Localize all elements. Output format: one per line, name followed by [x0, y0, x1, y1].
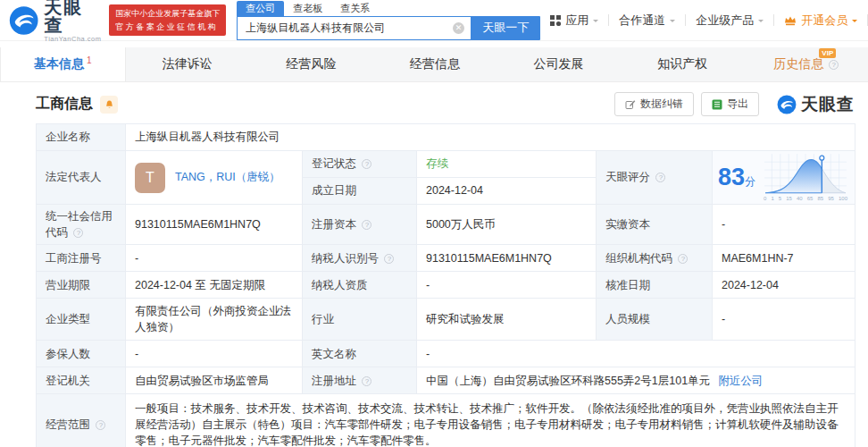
edit-icon	[625, 99, 636, 110]
tab-intellectual-property[interactable]: 知识产权	[621, 47, 745, 81]
search-tab-boss[interactable]: 查老板	[284, 1, 331, 16]
help-icon[interactable]	[362, 376, 371, 386]
reg-status-value: 存续	[417, 151, 597, 178]
field-label: 企业类型	[37, 299, 126, 341]
menu-partner-channel[interactable]: 合作通道	[609, 13, 685, 29]
table-row: 企业类型 有限责任公司（外商投资企业法人独资） 行业 研究和试验发展 人员规模 …	[37, 299, 855, 341]
clear-search-icon[interactable]	[453, 22, 464, 34]
business-info-section-header: 工商信息 数据纠错 导出 天眼查	[0, 82, 868, 123]
legal-rep-avatar[interactable]: T	[135, 163, 165, 193]
help-icon[interactable]	[829, 60, 839, 70]
legal-rep-link[interactable]: TANG，RUI（唐锐）	[175, 169, 280, 185]
tab-basic-info[interactable]: 基本信息 1	[0, 47, 126, 81]
reg-number-value: -	[126, 245, 303, 272]
search-tab-company[interactable]: 查公司	[237, 1, 284, 16]
watermark-logo: 天眼查	[777, 93, 855, 116]
chevron-down-icon	[670, 20, 675, 25]
chevron-down-icon	[852, 20, 857, 25]
status-badge: 存续	[426, 157, 448, 170]
field-label: 实缴资本	[597, 205, 713, 245]
score-value[interactable]: 83分	[718, 165, 755, 190]
tab-intellectual-property-label: 知识产权	[657, 56, 707, 72]
tab-operation-risk[interactable]: 经营风险	[249, 47, 373, 81]
reg-capital-value: 5000万人民币	[417, 205, 597, 245]
field-label: 核准日期	[597, 272, 713, 299]
menu-partner-label: 合作通道	[619, 13, 665, 29]
score-distribution-chart: 0151540658595100	[764, 154, 847, 201]
menu-apps-label: 应用	[565, 13, 588, 29]
tab-company-development[interactable]: 公司发展	[497, 47, 621, 81]
tab-basic-info-count: 1	[87, 55, 92, 65]
tab-operation-info-label: 经营信息	[410, 56, 460, 72]
field-label: 人员规模	[597, 299, 713, 341]
logo-domain: TianYanCha.com	[44, 36, 102, 43]
field-label: 参保人数	[37, 341, 126, 367]
est-date-value: 2024-12-04	[417, 178, 597, 205]
chart-x-axis-ticks: 0151540658595100	[764, 196, 847, 201]
field-label: 法定代表人	[37, 151, 126, 205]
company-section-tabs: 基本信息 1 法律诉讼 经营风险 经营信息 公司发展 知识产权 历史信息 VIP	[0, 47, 868, 82]
search-area: 查公司 查老板 查关系 天眼一下	[237, 1, 540, 40]
help-icon[interactable]	[384, 254, 394, 264]
data-correction-label: 数据纠错	[640, 97, 683, 112]
logo-title: 天眼查	[44, 0, 102, 34]
help-icon[interactable]	[362, 220, 371, 230]
field-label: 成立日期	[303, 178, 417, 205]
top-header: 天眼查 TianYanCha.com 国家中小企业发展子基金旗下 官方备案企业征…	[0, 0, 868, 41]
field-label: 经营范围	[37, 394, 126, 447]
search-tab-relation[interactable]: 查关系	[331, 1, 379, 16]
help-icon[interactable]	[678, 254, 688, 264]
taxpayer-quality-value: -	[417, 272, 597, 299]
insured-count-value: -	[126, 341, 303, 367]
menu-vip-label: 开通会员	[801, 13, 847, 29]
export-button[interactable]: 导出	[701, 92, 759, 116]
field-label: 登记状态	[303, 151, 417, 178]
crown-icon	[784, 15, 797, 26]
export-excel-icon	[712, 99, 722, 110]
reg-status-label: 登记状态	[312, 157, 356, 170]
menu-enterprise-products[interactable]: 企业级产品	[686, 13, 773, 29]
help-icon[interactable]	[655, 173, 665, 182]
nearby-companies-link[interactable]: 附近公司	[719, 375, 764, 387]
help-icon[interactable]	[73, 228, 83, 238]
table-row: 法定代表人 T TANG，RUI（唐锐） 登记状态 存续 天眼评分 83分	[37, 151, 855, 178]
tab-legal-litigation[interactable]: 法律诉讼	[126, 47, 250, 81]
tab-operation-info[interactable]: 经营信息	[373, 47, 497, 81]
chevron-down-icon	[758, 20, 764, 25]
chevron-down-icon	[593, 20, 598, 25]
field-label: 营业期限	[37, 272, 126, 299]
tianyancha-logo[interactable]: 天眼查 TianYanCha.com	[9, 0, 102, 42]
tianyancha-logo-icon	[777, 95, 797, 114]
help-icon[interactable]	[362, 159, 371, 169]
cert-line1: 国家中小企业发展子基金旗下	[115, 7, 220, 20]
menu-enterprise-label: 企业级产品	[696, 13, 754, 29]
reg-address-value: 中国（上海）自由贸易试验区环科路555弄2号1层101单元	[426, 375, 710, 387]
reg-authority-value: 自由贸易试验区市场监管局	[126, 367, 303, 394]
search-type-tabs: 查公司 查老板 查关系	[237, 1, 540, 16]
business-info-table: 企业名称 上海纵目机器人科技有限公司 法定代表人 T TANG，RUI（唐锐） …	[36, 123, 855, 447]
biz-scope-value: 一般项目：技术服务、技术开发、技术咨询、技术交流、技术转让、技术推广；软件开发。…	[126, 394, 855, 447]
table-row: 经营范围 一般项目：技术服务、技术开发、技术咨询、技术交流、技术转让、技术推广；…	[37, 394, 855, 447]
biz-term-value: 2024-12-04 至 无固定期限	[126, 272, 303, 299]
tab-history-info[interactable]: 历史信息 VIP	[744, 47, 868, 81]
monitor-bell-button[interactable]	[100, 96, 118, 114]
credit-code-value: 91310115MAE6M1HN7Q	[126, 205, 303, 245]
search-button[interactable]: 天眼一下	[471, 16, 540, 40]
table-row: 统一社会信用代码 91310115MAE6M1HN7Q 注册资本 5000万人民…	[37, 205, 855, 245]
industry-value: 研究和试验发展	[417, 299, 597, 341]
data-correction-button[interactable]: 数据纠错	[614, 92, 694, 116]
menu-apps[interactable]: 应用	[540, 13, 608, 29]
reg-capital-label: 注册资本	[312, 218, 356, 231]
staff-size-value: -	[713, 299, 855, 341]
tab-company-development-label: 公司发展	[534, 56, 584, 72]
menu-open-vip[interactable]: 开通会员	[774, 13, 867, 29]
bell-icon	[104, 99, 114, 110]
english-name-value: -	[417, 341, 855, 367]
help-icon[interactable]	[96, 420, 105, 430]
org-code-value: MAE6M1HN-7	[713, 245, 855, 272]
tab-legal-litigation-label: 法律诉讼	[163, 56, 213, 72]
table-row: 登记机关 自由贸易试验区市场监管局 注册地址 中国（上海）自由贸易试验区环科路5…	[37, 367, 855, 394]
tianyan-score-cell: 83分	[713, 151, 855, 205]
search-input[interactable]	[237, 16, 471, 40]
tianyancha-logo-icon	[9, 5, 38, 36]
